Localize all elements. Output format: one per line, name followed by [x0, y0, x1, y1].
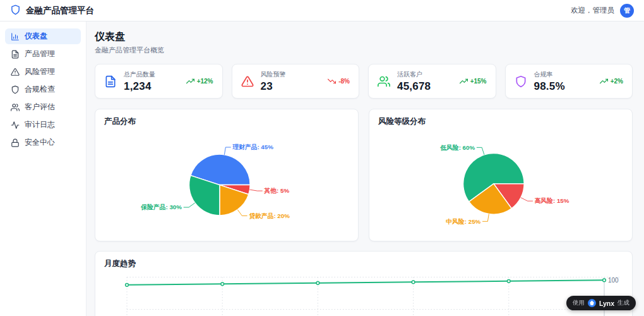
stat-card-total-products: 总产品数量1,234+12% — [95, 64, 223, 99]
pie-label: 理财产品: 45% — [232, 143, 273, 150]
sidebar-item-products[interactable]: 产品管理 — [5, 46, 81, 62]
product-distribution-card: 产品分布 理财产品: 45%其他: 5%贷款产品: 20%保险产品: 30% — [95, 109, 359, 241]
stat-trend: +2% — [600, 77, 623, 85]
sidebar-item-label: 合规检查 — [25, 84, 55, 95]
stat-text: 活跃客户45,678 — [397, 70, 431, 93]
sidebar-item-audit[interactable]: 审计日志 — [5, 117, 81, 133]
stat-value: 1,234 — [124, 80, 155, 93]
pie-label: 其他: 5% — [264, 187, 290, 194]
page-subtitle: 金融产品管理平台概览 — [95, 46, 633, 55]
badge-brand: Lynx — [599, 300, 614, 307]
sidebar-item-risk[interactable]: 风险管理 — [5, 64, 81, 80]
stat-trend: +12% — [186, 77, 213, 85]
layout: 仪表盘产品管理风险管理合规检查客户评估审计日志安全中心 仪表盘 金融产品管理平台… — [0, 21, 644, 316]
stat-trend-value: +2% — [611, 78, 623, 85]
sidebar-item-compliance[interactable]: 合规检查 — [5, 82, 81, 97]
welcome-text: 欢迎，管理员 — [571, 6, 614, 15]
document-icon — [11, 50, 20, 59]
sidebar-item-security[interactable]: 安全中心 — [5, 135, 81, 150]
lynx-badge[interactable]: 使用 Lynx 生成 — [566, 296, 636, 310]
risk-level-card: 风险等级分布 低风险: 60%高风险: 15%中风险: 25% — [369, 109, 633, 241]
pie-label-line — [184, 203, 195, 207]
monthly-trend-line-chart: 100 — [104, 270, 624, 316]
data-point[interactable] — [507, 279, 510, 283]
sidebar-item-label: 风险管理 — [25, 66, 55, 77]
stat-text: 风险预警23 — [261, 70, 286, 93]
sidebar-item-label: 安全中心 — [25, 137, 55, 148]
app-header: 金融产品管理平台 欢迎，管理员 管 — [0, 0, 644, 21]
stat-value: 23 — [261, 80, 286, 93]
data-point[interactable] — [412, 281, 415, 284]
pie-label-line — [482, 214, 489, 221]
chart-title-monthly-trend: 月度趋势 — [104, 258, 623, 269]
pie-label-line — [250, 190, 263, 191]
alert-triangle-icon — [11, 68, 20, 76]
brand: 金融产品管理平台 — [10, 4, 94, 17]
sidebar-item-dashboard[interactable]: 仪表盘 — [5, 28, 81, 44]
stat-card-compliance-rate: 合规率98.5%+2% — [505, 64, 633, 99]
trending-up-icon — [186, 77, 194, 85]
sidebar-item-customers[interactable]: 客户评估 — [5, 99, 81, 115]
main-content: 仪表盘 金融产品管理平台概览 总产品数量1,234+12%风险预警23-8%活跃… — [86, 21, 644, 316]
data-point[interactable] — [221, 283, 224, 286]
trending-up-icon — [460, 77, 468, 85]
users-icon — [11, 103, 20, 112]
monthly-trend-card: 月度趋势 100 — [95, 251, 633, 316]
sidebar-item-label: 客户评估 — [25, 102, 55, 112]
pie-label: 低风险: 60% — [439, 144, 475, 151]
header-right: 欢迎，管理员 管 — [571, 4, 634, 18]
risk-level-pie-chart: 低风险: 60%高风险: 15%中风险: 25% — [378, 128, 623, 234]
stat-value: 45,678 — [397, 80, 431, 93]
stat-trend-value: -8% — [338, 78, 350, 85]
alert-triangle-icon — [241, 75, 254, 88]
stat-label: 合规率 — [534, 70, 565, 79]
trend-line — [127, 280, 604, 285]
chart-title-risk-level: 风险等级分布 — [378, 116, 623, 127]
axis-label-100: 100 — [608, 277, 619, 284]
badge-suffix: 生成 — [617, 299, 629, 307]
stat-value: 98.5% — [534, 80, 565, 93]
lock-icon — [11, 138, 20, 147]
pie-label-line — [521, 198, 533, 201]
app-title: 金融产品管理平台 — [26, 5, 94, 16]
stat-trend: -8% — [328, 77, 350, 85]
stat-trend-value: +15% — [470, 78, 487, 85]
stat-label: 风险预警 — [261, 70, 286, 79]
users-icon — [378, 75, 390, 88]
pie-label-line — [477, 147, 484, 154]
stat-text: 合规率98.5% — [534, 70, 565, 93]
page-title: 仪表盘 — [95, 30, 633, 44]
stat-trend-value: +12% — [197, 78, 213, 85]
stat-text: 总产品数量1,234 — [124, 70, 155, 93]
stat-card-risk-alerts: 风险预警23-8% — [232, 64, 360, 99]
shield-logo-icon — [10, 4, 21, 17]
sidebar: 仪表盘产品管理风险管理合规检查客户评估审计日志安全中心 — [0, 21, 86, 316]
product-distribution-pie-chart: 理财产品: 45%其他: 5%贷款产品: 20%保险产品: 30% — [104, 128, 349, 234]
trending-up-icon — [600, 77, 608, 85]
sidebar-item-label: 审计日志 — [25, 119, 55, 130]
shield-icon — [10, 4, 21, 15]
shield-icon — [515, 75, 527, 88]
charts-row: 产品分布 理财产品: 45%其他: 5%贷款产品: 20%保险产品: 30% 风… — [95, 109, 633, 241]
activity-icon — [11, 121, 20, 130]
sidebar-item-label: 产品管理 — [25, 49, 55, 59]
pie-label-line — [224, 147, 230, 155]
chart-title-product-distribution: 产品分布 — [104, 116, 349, 127]
trending-down-icon — [328, 77, 336, 85]
sidebar-item-label: 仪表盘 — [25, 31, 47, 42]
pie-label: 中风险: 25% — [446, 218, 481, 225]
user-avatar[interactable]: 管 — [620, 4, 634, 18]
bar-chart-icon — [11, 32, 20, 41]
stat-label: 活跃客户 — [397, 70, 431, 79]
stat-card-active-customers: 活跃客户45,678+15% — [368, 64, 496, 99]
badge-prefix: 使用 — [573, 299, 585, 307]
data-point[interactable] — [316, 281, 319, 284]
data-point[interactable] — [603, 279, 606, 282]
stat-label: 总产品数量 — [124, 70, 155, 79]
lynx-logo-icon — [588, 299, 596, 307]
stats-row: 总产品数量1,234+12%风险预警23-8%活跃客户45,678+15%合规率… — [95, 64, 633, 99]
data-point[interactable] — [126, 283, 129, 286]
pie-label: 贷款产品: 20% — [248, 212, 290, 219]
shield-icon — [11, 85, 20, 94]
pie-label: 保险产品: 30% — [141, 204, 182, 210]
